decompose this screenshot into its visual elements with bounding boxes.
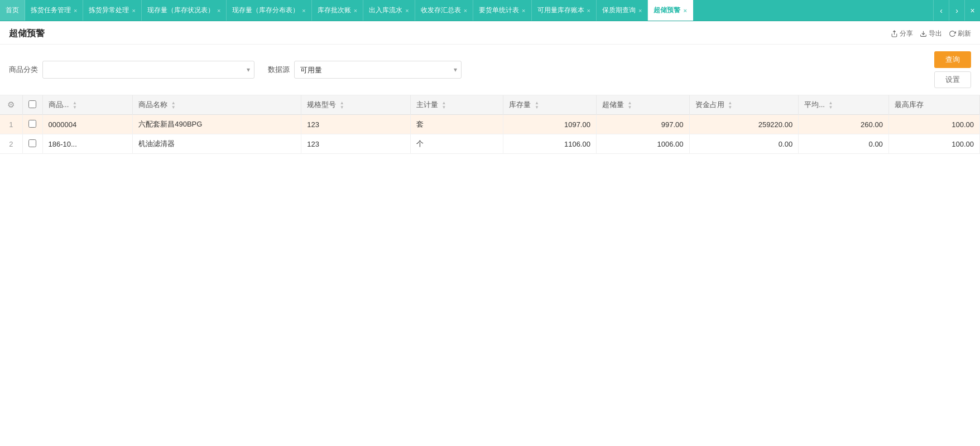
row-number: 2 xyxy=(0,134,22,154)
col-max-stock: 最高库存 xyxy=(888,95,979,115)
nav-close-button[interactable]: × xyxy=(964,0,980,21)
cell-max-stock: 100.00 xyxy=(888,115,979,134)
nav-next-button[interactable]: › xyxy=(949,0,964,21)
sort-icon[interactable]: ▲▼ xyxy=(829,101,833,110)
close-icon[interactable]: × xyxy=(74,7,77,14)
query-button[interactable]: 查询 xyxy=(934,51,971,68)
close-icon[interactable]: × xyxy=(522,7,525,14)
tab-available-stock[interactable]: 可用量库存账本 × xyxy=(532,0,597,21)
col-capital: 资金占用 ▲▼ xyxy=(689,95,799,115)
row-checkbox[interactable] xyxy=(28,120,36,128)
filter-buttons: 查询 设置 xyxy=(934,51,971,88)
cell-product-code: 0000004 xyxy=(42,115,133,134)
cell-max-stock: 100.00 xyxy=(888,134,979,154)
col-unit: 主计量 ▲▼ xyxy=(410,95,503,115)
top-navigation: 首页 拣货任务管理 × 拣货异常处理 × 现存量（库存状况表） × 现存量（库存… xyxy=(0,0,980,21)
col-product-name: 商品名称 ▲▼ xyxy=(133,95,301,115)
sort-icon[interactable]: ▲▼ xyxy=(73,101,77,110)
tab-current-stock-status[interactable]: 现存量（库存状况表） × xyxy=(142,0,227,21)
table-row: 2 186-10... 机油滤清器 123 个 1106.00 1006.00 … xyxy=(0,134,980,154)
refresh-icon xyxy=(949,30,956,37)
sort-icon[interactable]: ▲▼ xyxy=(535,101,539,110)
tab-current-stock-dist[interactable]: 现存量（库存分布表） × xyxy=(227,0,311,21)
settings-button[interactable]: 设置 xyxy=(934,71,971,88)
close-icon[interactable]: × xyxy=(405,7,409,14)
close-icon[interactable]: × xyxy=(217,7,220,14)
page-title: 超储预警 xyxy=(9,28,45,40)
col-spec: 规格型号 ▲▼ xyxy=(301,95,411,115)
refresh-button[interactable]: 刷新 xyxy=(949,29,971,38)
sort-icon[interactable]: ▲▼ xyxy=(340,101,344,110)
datasource-select[interactable]: 可用量 库存量 xyxy=(294,61,462,79)
gear-icon[interactable]: ⚙ xyxy=(7,100,15,109)
datasource-label: 数据源 xyxy=(268,65,290,75)
close-icon[interactable]: × xyxy=(464,7,467,14)
share-button[interactable]: 分享 xyxy=(891,29,913,38)
cell-unit: 个 xyxy=(410,134,503,154)
share-icon xyxy=(891,30,898,37)
table-row: 1 0000004 六配套新昌490BPG 123 套 1097.00 997.… xyxy=(0,115,980,134)
category-filter-group: 商品分类 ▾ xyxy=(9,61,254,79)
sort-icon[interactable]: ▲▼ xyxy=(728,101,732,110)
row-checkbox[interactable] xyxy=(28,139,36,147)
col-avg: 平均... ▲▼ xyxy=(799,95,889,115)
export-icon xyxy=(920,30,927,37)
tab-order-stats[interactable]: 要货单统计表 × xyxy=(473,0,531,21)
category-label: 商品分类 xyxy=(9,65,38,75)
sort-icon[interactable]: ▲▼ xyxy=(628,101,632,110)
category-select[interactable] xyxy=(42,61,254,79)
row-number: 1 xyxy=(0,115,22,134)
tab-receive-send[interactable]: 收发存汇总表 × xyxy=(415,0,473,21)
cell-stock: 1106.00 xyxy=(503,134,597,154)
close-icon[interactable]: × xyxy=(683,7,686,14)
header-actions: 分享 导出 刷新 xyxy=(891,29,971,38)
table-header-row: ⚙ 商品... ▲▼ 商品名称 ▲▼ 规格型号 ▲▼ xyxy=(0,95,980,115)
tab-home[interactable]: 首页 xyxy=(0,0,25,21)
tab-stock-batch[interactable]: 库存批次账 × xyxy=(312,0,363,21)
close-icon[interactable]: × xyxy=(132,7,135,14)
category-select-wrapper: ▾ xyxy=(42,61,254,79)
tab-pick-task[interactable]: 拣货任务管理 × xyxy=(25,0,83,21)
export-button[interactable]: 导出 xyxy=(920,29,942,38)
tab-pick-exception[interactable]: 拣货异常处理 × xyxy=(83,0,141,21)
close-icon[interactable]: × xyxy=(638,7,642,14)
cell-stock: 1097.00 xyxy=(503,115,597,134)
col-product-code: 商品... ▲▼ xyxy=(42,95,133,115)
cell-over-stock: 1006.00 xyxy=(596,134,689,154)
select-all-checkbox[interactable] xyxy=(28,100,36,108)
checkbox-header[interactable] xyxy=(22,95,42,115)
cell-capital: 259220.00 xyxy=(689,115,799,134)
datasource-select-wrapper: 可用量 库存量 ▾ xyxy=(294,61,462,79)
tab-shelf-life[interactable]: 保质期查询 × xyxy=(597,0,648,21)
row-checkbox-cell[interactable] xyxy=(22,115,42,134)
close-icon[interactable]: × xyxy=(302,7,305,14)
cell-unit: 套 xyxy=(410,115,503,134)
gear-header[interactable]: ⚙ xyxy=(0,95,22,115)
cell-avg: 260.00 xyxy=(799,115,889,134)
cell-capital: 0.00 xyxy=(689,134,799,154)
row-checkbox-cell[interactable] xyxy=(22,134,42,154)
page-header: 超储预警 分享 导出 刷新 xyxy=(0,21,980,45)
cell-spec: 123 xyxy=(301,134,411,154)
col-stock: 库存量 ▲▼ xyxy=(503,95,597,115)
col-over-stock: 超储量 ▲▼ xyxy=(596,95,689,115)
cell-spec: 123 xyxy=(301,115,411,134)
close-icon[interactable]: × xyxy=(587,7,590,14)
sort-icon[interactable]: ▲▼ xyxy=(171,101,176,110)
table-container: ⚙ 商品... ▲▼ 商品名称 ▲▼ 规格型号 ▲▼ xyxy=(0,95,980,154)
data-table: ⚙ 商品... ▲▼ 商品名称 ▲▼ 规格型号 ▲▼ xyxy=(0,95,980,154)
close-icon[interactable]: × xyxy=(354,7,357,14)
cell-product-name: 机油滤清器 xyxy=(133,134,301,154)
cell-over-stock: 997.00 xyxy=(596,115,689,134)
datasource-filter-group: 数据源 可用量 库存量 ▾ xyxy=(268,61,462,79)
nav-prev-button[interactable]: ‹ xyxy=(933,0,949,21)
cell-product-code: 186-10... xyxy=(42,134,133,154)
cell-avg: 0.00 xyxy=(799,134,889,154)
tab-overstock-warning[interactable]: 超储预警 × xyxy=(648,0,693,21)
filter-area: 商品分类 ▾ 数据源 可用量 库存量 ▾ 查询 设置 xyxy=(0,45,980,95)
main-content: 超储预警 分享 导出 刷新 商品 xyxy=(0,21,980,446)
nav-arrows: ‹ › × xyxy=(933,0,980,21)
tab-in-out-flow[interactable]: 出入库流水 × xyxy=(363,0,415,21)
sort-icon[interactable]: ▲▼ xyxy=(441,101,446,110)
cell-product-name: 六配套新昌490BPG xyxy=(133,115,301,134)
